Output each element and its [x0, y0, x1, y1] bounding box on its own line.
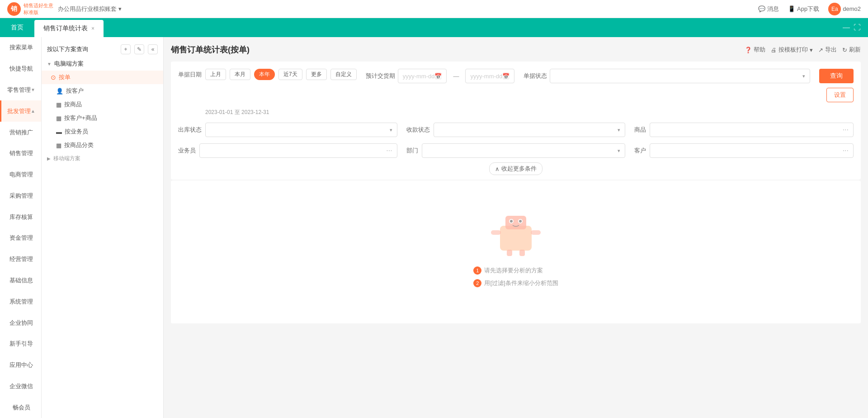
date-filter-section: 单据日期 上月 本月 本年 近7天 更多 自定义: [178, 69, 357, 80]
goods-filter: 商品 ···: [634, 123, 854, 137]
tree-item-by-order[interactable]: ⊙ 按单: [42, 71, 163, 84]
collection-status-select[interactable]: ▾: [434, 123, 626, 137]
refresh-icon: ↻: [842, 47, 847, 53]
query-button[interactable]: 查询: [819, 69, 854, 83]
chevron-down-icon: ▾: [618, 127, 620, 133]
tree-item-by-goods[interactable]: ▦ 按商品: [42, 98, 163, 111]
action-buttons: 查询 设置: [819, 69, 854, 102]
top-bar-right: 💬 消息 📱 App下载 Ea demo2: [758, 3, 861, 15]
filter-area: 单据日期 上月 本月 本年 近7天 更多 自定义 预计交货期 yyyy-mm-d…: [171, 62, 861, 180]
sidebar-item-retail[interactable]: 零售管理 ▼: [0, 80, 41, 101]
logo-area: 销 销售适好生意 标准版: [7, 2, 53, 16]
print-button[interactable]: 🖨 按模板打印 ▾: [771, 46, 813, 54]
out-status-select[interactable]: ▾: [205, 123, 397, 137]
sidebar-item-business[interactable]: 经营管理: [0, 249, 41, 270]
sidebar-item-marketing[interactable]: 营销推广: [0, 122, 41, 143]
left-panel-header: 按以下方案查询 + ✎ «: [42, 42, 163, 57]
window-minimize-button[interactable]: —: [843, 24, 850, 32]
tab-sales-order-stats[interactable]: 销售订单统计表 ×: [34, 20, 104, 37]
customer-filter: 客户 ···: [634, 143, 854, 158]
expected-date-label: 预计交货期: [366, 72, 395, 80]
last7-button[interactable]: 近7天: [278, 69, 302, 80]
more-options-icon[interactable]: ···: [386, 147, 392, 155]
this-year-button[interactable]: 本年: [254, 69, 275, 80]
status-select[interactable]: ▾: [550, 69, 810, 83]
app-download-button[interactable]: 📱 App下载: [788, 5, 819, 13]
sidebar-item-finance[interactable]: 资金管理: [0, 228, 41, 249]
custom-date-button[interactable]: 自定义: [330, 69, 357, 80]
expected-date-end-input[interactable]: yyyy-mm-dd 📅: [465, 69, 514, 83]
message-icon: 💬: [758, 5, 765, 12]
sidebar-item-system[interactable]: 系统管理: [0, 291, 41, 312]
sidebar-item-enterprise[interactable]: 企业协同: [0, 312, 41, 333]
this-month-button[interactable]: 本月: [230, 69, 250, 80]
salesperson-input[interactable]: ···: [199, 143, 397, 158]
top-bar-title[interactable]: 办公用品行业模拟账套 ▾: [58, 5, 122, 13]
mobile-section[interactable]: ▶ 移动端方案: [42, 152, 163, 165]
goods-input[interactable]: ···: [650, 123, 854, 137]
tab-home[interactable]: 首页: [0, 18, 34, 37]
goods-icon: ▦: [56, 101, 61, 108]
left-panel-title: 按以下方案查询: [47, 45, 88, 53]
tab-close-icon[interactable]: ×: [91, 25, 94, 32]
more-options-icon[interactable]: ···: [843, 126, 849, 134]
edit-scheme-button[interactable]: ✎: [134, 44, 144, 54]
more-options-icon[interactable]: ···: [843, 147, 849, 155]
mobile-section-arrow-icon: ▶: [47, 156, 51, 161]
avatar: Ea: [828, 3, 841, 15]
tree-item-by-customer[interactable]: 👤 按客户: [42, 84, 163, 98]
help-button[interactable]: ❓ 帮助: [745, 46, 765, 54]
svg-rect-8: [491, 230, 501, 235]
window-maximize-button[interactable]: ⛶: [854, 24, 861, 32]
collapse-button[interactable]: ∧ 收起更多条件: [489, 162, 542, 175]
sidebar-item-beginner[interactable]: 新手引导: [0, 333, 41, 355]
tree-item-by-customer-goods[interactable]: ▦ 按客户+商品: [42, 111, 163, 125]
svg-rect-9: [531, 230, 541, 235]
sidebar-item-quick-nav[interactable]: 快捷导航: [0, 58, 41, 80]
svg-rect-7: [519, 250, 525, 256]
collapse-bar: ∧ 收起更多条件: [178, 158, 854, 180]
more-date-button[interactable]: 更多: [306, 69, 327, 80]
sidebar-item-purchase[interactable]: 采购管理: [0, 185, 41, 206]
user-avatar-area[interactable]: Ea demo2: [828, 3, 861, 15]
refresh-button[interactable]: ↻ 刷新: [842, 46, 861, 54]
top-bar: 销 销售适好生意 标准版 办公用品行业模拟账套 ▾ 💬 消息 📱 App下载 E…: [0, 0, 868, 18]
last-month-button[interactable]: 上月: [205, 69, 226, 80]
expected-date-start-input[interactable]: yyyy-mm-dd 📅: [398, 69, 447, 83]
date-range-display: 2023-01-01 至 2023-12-31: [205, 109, 854, 116]
empty-state: 1 请先选择要分析的方案 2 用[过滤]条件来缩小分析范围: [171, 180, 861, 323]
add-scheme-button[interactable]: +: [121, 44, 131, 54]
sidebar-item-inventory[interactable]: 库存核算: [0, 206, 41, 228]
sidebar-item-ecommerce[interactable]: 电商管理: [0, 164, 41, 185]
filter-row-3: 业务员 ··· 部门 ▾ 客户: [178, 143, 854, 158]
empty-icon: [486, 208, 545, 257]
pc-section: ▼ 电脑端方案: [42, 57, 163, 71]
chevron-down-icon: ▾: [618, 148, 620, 154]
page-title: 销售订单统计表(按单): [171, 44, 250, 55]
logo-icon: 销: [7, 2, 21, 16]
department-select[interactable]: ▾: [422, 143, 626, 158]
collapse-panel-button[interactable]: «: [148, 44, 158, 54]
sidebar-item-wechat-work[interactable]: 企业微信: [0, 376, 41, 397]
status-label: 单据状态: [524, 72, 547, 80]
sidebar-item-member[interactable]: 畅会员: [0, 397, 41, 418]
sidebar-item-app-center[interactable]: 应用中心: [0, 355, 41, 376]
hint-num-2: 2: [473, 279, 481, 287]
tree-item-by-salesperson[interactable]: ▬ 按业务员: [42, 125, 163, 138]
date-separator: —: [449, 73, 462, 80]
content-area: 按以下方案查询 + ✎ « ▼ 电脑端方案 ⊙ 按单 👤 按客户 ▦: [42, 37, 868, 418]
sidebar-item-basic-info[interactable]: 基础信息: [0, 270, 41, 291]
date-label: 单据日期: [178, 71, 202, 79]
department-label: 部门: [406, 147, 418, 155]
sidebar-item-search-menu[interactable]: 搜索菜单: [0, 37, 41, 58]
export-button[interactable]: ↗ 导出: [818, 46, 837, 54]
tree-item-by-goods-category[interactable]: ▦ 按商品分类: [42, 138, 163, 152]
sidebar-item-wholesale[interactable]: 批发管理 ▲: [0, 100, 41, 122]
message-button[interactable]: 💬 消息: [758, 5, 779, 13]
settings-button[interactable]: 设置: [826, 88, 854, 102]
customer-icon: 👤: [56, 88, 63, 95]
hint-item-2: 2 用[过滤]条件来缩小分析范围: [473, 279, 558, 287]
main-layout: 搜索菜单 快捷导航 零售管理 ▼ 批发管理 ▲ 营销推广 销售管理 电商管理 采…: [0, 37, 868, 418]
sidebar-item-sales[interactable]: 销售管理: [0, 143, 41, 164]
customer-input[interactable]: ···: [650, 143, 854, 158]
